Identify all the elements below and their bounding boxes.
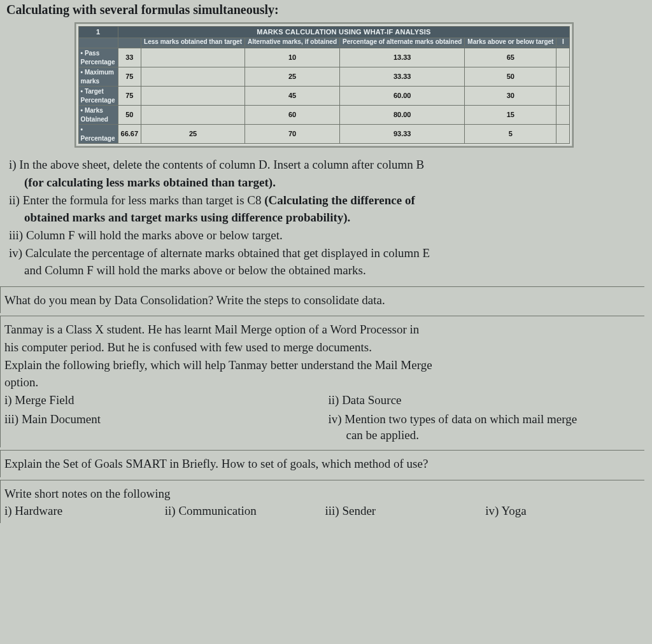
q3-i: i) Merge Field xyxy=(4,392,316,409)
q3-iv-a: iv) Mention two types of data on which m… xyxy=(329,412,578,426)
q3-p3: Explain the following briefly, which wil… xyxy=(4,357,639,374)
row-label: • Percentage xyxy=(78,125,118,144)
cell-f: 50 xyxy=(465,67,556,87)
q1-iv: iv) Calculate the percentage of alternat… xyxy=(9,245,639,262)
q3-p4: option. xyxy=(4,374,639,391)
cell-blank xyxy=(556,87,570,106)
cell-e: 93.33 xyxy=(340,125,465,144)
q1-i-b: (for calculating less marks obtained tha… xyxy=(9,174,639,191)
question-block-3: Tanmay is a Class X student. He has lear… xyxy=(0,316,644,447)
question-block-2: What do you mean by Data Consolidation? … xyxy=(0,286,644,314)
spreadsheet-figure: 1 MARKS CALCULATION USING WHAT-IF ANALYS… xyxy=(4,22,644,148)
header-e: Percentage of alternate marks obtained xyxy=(340,38,465,46)
cell-d: 60 xyxy=(245,106,340,125)
row-marker: 1 xyxy=(78,27,118,38)
q3-options-row2: iii) Main Document iv) Mention two types… xyxy=(4,411,639,444)
q5-iv: iv) Yoga xyxy=(485,503,639,519)
cell-blank xyxy=(556,67,570,87)
cell-f: 65 xyxy=(465,48,556,67)
spreadsheet: 1 MARKS CALCULATION USING WHAT-IF ANALYS… xyxy=(74,22,574,148)
cell-b: 66.67 xyxy=(118,125,141,144)
header-blank-1 xyxy=(78,38,118,48)
header-f: Marks above or below target xyxy=(465,38,556,46)
q1-i: i) In the above sheet, delete the conten… xyxy=(9,157,639,173)
col-i-marker: I xyxy=(556,38,570,46)
q3-ii: ii) Data Source xyxy=(329,392,640,409)
spreadsheet-header-row: Less marks obtained than target Alternat… xyxy=(78,38,570,46)
cell-d: 25 xyxy=(245,67,340,87)
header-d: Alternative marks, if obtained xyxy=(245,38,340,46)
cell-f: 30 xyxy=(465,87,556,106)
row-label: • Pass Percentage xyxy=(78,48,118,67)
cell-b: 33 xyxy=(118,48,141,67)
q4-span: Explain the Set of Goals SMART in Briefl… xyxy=(4,457,428,470)
q1-i-text: In the above sheet, delete the contents … xyxy=(19,158,424,171)
row-label: • Target Percentage xyxy=(78,87,118,106)
table-row: • Percentage 66.67 25 70 93.33 5 xyxy=(78,125,570,144)
table-row: • Maximum marks 75 25 33.33 50 xyxy=(78,67,570,87)
cell-b: 75 xyxy=(118,67,141,87)
q5-head: Write short notes on the following xyxy=(4,486,639,502)
q2-text: What do you mean by Data Consolidation? … xyxy=(4,292,639,309)
table-row: • Pass Percentage 33 10 13.33 65 xyxy=(78,48,570,67)
q1-ii: ii) Enter the formula for less marks tha… xyxy=(9,192,639,209)
row-label: • Marks Obtained xyxy=(78,106,118,125)
q4-text: Explain the Set of Goals SMART in Briefl… xyxy=(4,456,639,472)
cell-e: 80.00 xyxy=(340,106,465,125)
q1-iv-b: and Column F will hold the marks above o… xyxy=(9,262,639,279)
cell-blank xyxy=(556,48,570,67)
q5-options: i) Hardware ii) Communication iii) Sende… xyxy=(4,503,639,519)
spreadsheet-title-row: 1 MARKS CALCULATION USING WHAT-IF ANALYS… xyxy=(78,27,570,38)
cell-e: 60.00 xyxy=(340,87,465,106)
document-page: Calculating with several formulas simult… xyxy=(0,0,652,536)
cell-blank xyxy=(556,125,570,144)
cell-c xyxy=(141,106,245,125)
q1-iii: iii) Column F will hold the marks above … xyxy=(9,227,639,244)
cell-f: 5 xyxy=(465,125,556,144)
q3-iv-b: can be applied. xyxy=(329,428,419,442)
q1-iii-text: Column F will hold the marks above or be… xyxy=(26,228,283,242)
q5-iii: iii) Sender xyxy=(325,503,479,519)
cell-d: 10 xyxy=(245,48,340,67)
cell-c xyxy=(141,48,245,67)
q5-ii: ii) Communication xyxy=(165,503,319,519)
question-block-4: Explain the Set of Goals SMART in Briefl… xyxy=(0,450,644,477)
q3-p1: Tanmay is a Class X student. He has lear… xyxy=(4,321,639,338)
spreadsheet-title: MARKS CALCULATION USING WHAT-IF ANALYSIS xyxy=(118,27,570,38)
cell-c xyxy=(141,67,245,87)
q3-iv: iv) Mention two types of data on which m… xyxy=(329,411,640,444)
page-heading: Calculating with several formulas simult… xyxy=(4,0,644,20)
q1-ii-c: obtained marks and target marks using di… xyxy=(9,209,639,226)
cell-f: 15 xyxy=(465,106,556,125)
question-block-1: i) In the above sheet, delete the conten… xyxy=(4,154,644,283)
table-row: • Target Percentage 75 45 60.00 30 xyxy=(78,87,570,106)
cell-c: 25 xyxy=(141,125,245,144)
q3-options-row1: i) Merge Field ii) Data Source xyxy=(4,392,639,409)
q1-ii-b: (Calculating the difference of xyxy=(264,193,415,207)
cell-c xyxy=(141,87,245,106)
cell-e: 33.33 xyxy=(340,67,465,87)
header-c: Less marks obtained than target xyxy=(141,38,245,46)
q3-iii: iii) Main Document xyxy=(4,411,316,444)
header-blank-2 xyxy=(118,38,141,48)
q1-ii-a: Enter the formula for less marks than ta… xyxy=(23,193,265,207)
cell-blank xyxy=(556,106,570,125)
cell-b: 50 xyxy=(118,106,141,125)
cell-b: 75 xyxy=(118,87,141,106)
cell-d: 70 xyxy=(245,125,340,144)
row-label: • Maximum marks xyxy=(78,67,118,87)
table-row: • Marks Obtained 50 60 80.00 15 xyxy=(78,106,570,125)
q1-iv-a: Calculate the percentage of alternate ma… xyxy=(25,246,430,260)
spreadsheet-table: 1 MARKS CALCULATION USING WHAT-IF ANALYS… xyxy=(78,26,570,144)
cell-e: 13.33 xyxy=(340,48,465,67)
q5-i: i) Hardware xyxy=(4,503,159,519)
cell-d: 45 xyxy=(245,87,340,106)
q3-p2: his computer period. But he is confused … xyxy=(4,339,639,356)
question-block-5: Write short notes on the following i) Ha… xyxy=(0,480,644,523)
